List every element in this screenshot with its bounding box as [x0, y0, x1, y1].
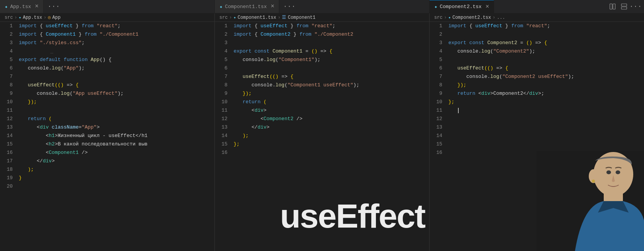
- line-9-pane2: 9 });: [215, 89, 429, 98]
- react-bc-icon-2: ✦: [234, 15, 236, 20]
- react-file-icon-2: ✦: [219, 3, 222, 10]
- line-3-pane1: 3 import "./styles.css"; _: [0, 39, 214, 47]
- line-16-pane2: 16: [215, 149, 429, 157]
- editor-pane-3[interactable]: 1 import { useEffect } from "react"; 2 3…: [430, 22, 644, 251]
- svg-rect-3: [621, 7, 627, 9]
- line-6-pane2: 6: [215, 64, 429, 73]
- line-7-pane2: 7 useEffect(() => {: [215, 73, 429, 81]
- react-file-icon-3: ✦: [434, 3, 437, 10]
- code-area-1[interactable]: 1 import { useEffect } from "react"; 2 i…: [0, 22, 214, 251]
- line-8-pane3: 8 });: [430, 81, 644, 89]
- line-5-pane2: 5 console.log("Component1");: [215, 56, 429, 64]
- breadcrumb-bar: src › ✦ App.tsx › ◎ App src › ✦ Componen…: [0, 13, 644, 22]
- breadcrumb-symbol-icon-2: ☰: [282, 15, 286, 20]
- line-1-pane1: 1 import { useEffect } from "react";: [0, 22, 214, 30]
- react-bc-icon-3: ✦: [448, 15, 451, 20]
- line-3-pane3: 3 export const Component2 = () => {: [430, 39, 644, 47]
- line-6-pane1: 6 console.log("App");: [0, 64, 214, 73]
- tab-group-1: ✦ App.tsx × ···: [0, 0, 215, 13]
- svg-rect-0: [610, 4, 612, 9]
- line-4-pane3: 4 console.log("Component2");: [430, 47, 644, 56]
- editors-container: 1 import { useEffect } from "react"; 2 i…: [0, 22, 644, 251]
- breadcrumb-symbol-1: App: [52, 15, 61, 20]
- line-2-pane3: 2: [430, 30, 644, 39]
- line-12-pane2: 12 <Component2 />: [215, 115, 429, 123]
- breadcrumb-src-2: src: [219, 15, 228, 20]
- tab-component1-tsx[interactable]: ✦ Component1.tsx ×: [215, 0, 279, 13]
- line-12-pane3: 12: [430, 115, 644, 123]
- person-image: [537, 151, 644, 251]
- breadcrumb-pane2: src › ✦ Component1.tsx › ☰ Component1: [215, 13, 430, 21]
- editor-pane-1[interactable]: 1 import { useEffect } from "react"; 2 i…: [0, 22, 215, 251]
- split-editor-right-button[interactable]: [607, 1, 618, 12]
- more-actions-button[interactable]: ···: [630, 1, 641, 12]
- tab-close-icon-3[interactable]: ×: [486, 4, 489, 10]
- line-5-pane1: 5 export default function App() {: [0, 56, 214, 64]
- svg-point-7: [606, 170, 611, 174]
- line-5-pane3: 5: [430, 56, 644, 64]
- line-16-pane1: 16 <Component1 />: [0, 149, 214, 157]
- tab-close-icon-2[interactable]: ×: [271, 3, 275, 10]
- breadcrumb-src-3: src: [434, 15, 443, 20]
- line-11-pane2: 11 <div>: [215, 106, 429, 115]
- breadcrumb-pane3: src › ✦ Component2.tsx › ...: [430, 13, 644, 21]
- tab-label: App.tsx: [10, 4, 31, 10]
- breadcrumb-pane1: src › ✦ App.tsx › ◎ App: [0, 13, 215, 21]
- editor-wrapper-1: 1 import { useEffect } from "react"; 2 i…: [0, 22, 214, 251]
- line-15-pane1: 15 <h2>В какой последовательности выв: [0, 140, 214, 149]
- line-4-pane2: 4 export const Component1 = () => {: [215, 47, 429, 56]
- editor-actions: ···: [604, 1, 644, 12]
- react-file-icon: ✦: [5, 3, 8, 10]
- tab-more-btn-1[interactable]: ···: [44, 3, 64, 10]
- line-19-pane1: 19 }: [0, 174, 214, 182]
- line-1-pane2: 1 import { useEffect } from "react";: [215, 22, 429, 30]
- breadcrumb-file-1: App.tsx: [23, 15, 42, 20]
- line-1-pane3: 1 import { useEffect } from "react";: [430, 22, 644, 30]
- line-11-pane1: 11: [0, 106, 214, 115]
- tab-component2-tsx[interactable]: ✦ Component2.tsx ×: [430, 0, 494, 13]
- line-12-pane1: 12 return (: [0, 115, 214, 123]
- editor-pane-2[interactable]: 1 import { useEffect } from "react"; 2 i…: [215, 22, 430, 251]
- svg-point-8: [616, 170, 620, 174]
- line-13-pane1: 13 <div className="App">: [0, 123, 214, 132]
- line-9-pane1: 9 console.log("App useEffect");: [0, 89, 214, 98]
- breadcrumb-src-1: src: [5, 15, 13, 20]
- code-area-2[interactable]: 1 import { useEffect } from "react"; 2 i…: [215, 22, 429, 251]
- tab-app-tsx[interactable]: ✦ App.tsx ×: [0, 0, 44, 13]
- editor-wrapper-2: 1 import { useEffect } from "react"; 2 i…: [215, 22, 429, 251]
- line-14-pane2: 14 );: [215, 132, 429, 140]
- line-10-pane1: 10 });: [0, 98, 214, 106]
- line-14-pane1: 14 <h1>Жизненный цикл - useEffect</h1: [0, 132, 214, 140]
- line-2-pane2: 2 import { Component2 } from "./Componen…: [215, 30, 429, 39]
- tab-close-icon[interactable]: ×: [35, 3, 39, 10]
- line-10-pane2: 10 return (: [215, 98, 429, 106]
- line-7-pane1: 7: [0, 73, 214, 81]
- split-editor-down-button[interactable]: [619, 1, 629, 12]
- line-14-pane3: 14: [430, 132, 644, 140]
- useeffect-watermark: useEffect: [280, 197, 425, 236]
- tab-label-2: Component1.tsx: [225, 4, 267, 10]
- svg-rect-2: [621, 4, 627, 6]
- line-6-pane3: 6 useEffect(() => {: [430, 64, 644, 73]
- breadcrumb-file-3: Component2.tsx: [452, 15, 491, 20]
- line-17-pane1: 17 </div>: [0, 157, 214, 165]
- line-13-pane2: 13 </div>: [215, 123, 429, 132]
- line-15-pane3: 15: [430, 140, 644, 149]
- tab-bar: ✦ App.tsx × ··· ✦ Component1.tsx × ··· ✦…: [0, 0, 644, 13]
- line-20-pane1: 20: [0, 182, 214, 191]
- svg-point-10: [592, 180, 595, 183]
- line-11-pane3: 11: [430, 106, 644, 115]
- line-18-pane1: 18 );: [0, 165, 214, 174]
- tab-group-3: ✦ Component2.tsx × ···: [430, 0, 644, 13]
- line-3-pane2: 3: [215, 39, 429, 47]
- line-9-pane3: 9 return <div>Component2</div>;: [430, 89, 644, 98]
- tab-group-2: ✦ Component1.tsx × ···: [215, 0, 430, 13]
- line-8-pane1: 8 useEffect(() => {: [0, 81, 214, 89]
- breadcrumb-more: ...: [497, 15, 505, 20]
- line-7-pane3: 7 console.log("Component2 useEffect");: [430, 73, 644, 81]
- tab-label-3: Component2.tsx: [440, 4, 481, 10]
- react-bc-icon-1: ✦: [19, 15, 21, 20]
- line-13-pane3: 13: [430, 123, 644, 132]
- tab-more-btn-2[interactable]: ···: [279, 3, 299, 10]
- breadcrumb-symbol-icon-1: ◎: [48, 15, 51, 20]
